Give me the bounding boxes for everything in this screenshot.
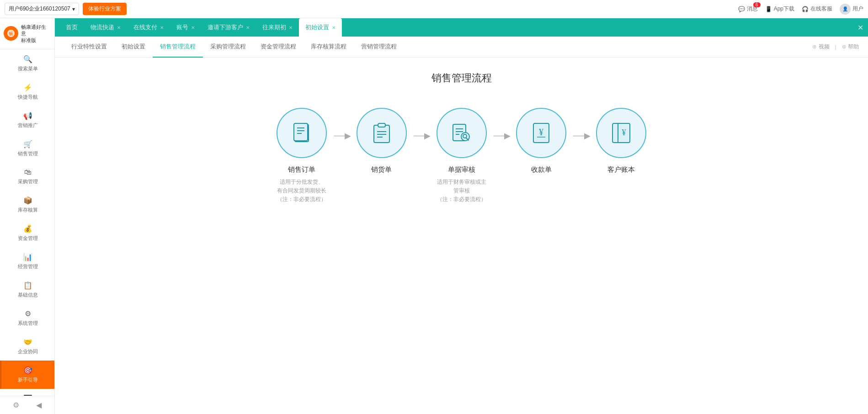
online-service-label: 在线客服: [810, 5, 832, 13]
nav-tab-logistics[interactable]: 物流快递✕: [84, 18, 127, 37]
settings-icon[interactable]: ⚙: [13, 401, 19, 409]
video-link[interactable]: ⊙ 视频: [812, 43, 829, 51]
sidebar-item-purchase[interactable]: 🛍采购管理: [0, 163, 54, 191]
enterprise-icon: 🤝: [23, 338, 32, 346]
sidebar-item-sales[interactable]: 🛒销售管理: [0, 134, 54, 163]
collapse-icon[interactable]: ◀: [36, 401, 42, 409]
svg-text:¥: ¥: [622, 128, 626, 137]
sidebar: 畅 畅康通好生意 标准版 🔍搜索菜单⚡快捷导航📢营销推广🛒销售管理🛍采购管理📦库…: [0, 18, 55, 414]
sidebar-item-basic[interactable]: 📋基础信息: [0, 276, 54, 304]
sidebar-item-search[interactable]: 🔍搜索菜单: [0, 49, 54, 78]
chevron-down-icon: ▾: [72, 6, 75, 12]
finance-icon: 💰: [23, 224, 32, 233]
user-selector-text: 用户690企业1660120507: [9, 5, 70, 13]
nav-tab-history[interactable]: 往来期初✕: [256, 18, 299, 37]
nav-tab-account[interactable]: 账号✕: [170, 18, 201, 37]
sidebar-item-finance[interactable]: 💰资金管理: [0, 219, 54, 247]
sub-tab-finance_flow[interactable]: 资金管理流程: [253, 37, 304, 58]
content-area: 首页物流快递✕在线支付✕账号✕邀请下游客户✕往来期初✕初始设置✕✕ 行业特性设置…: [55, 18, 868, 414]
inventory-icon: 📦: [23, 196, 32, 205]
sidebar-item-operation[interactable]: 📊经营管理: [0, 247, 54, 276]
help-link[interactable]: ⊙ 帮助: [842, 43, 859, 51]
sidebar-logo: 畅 畅康通好生意 标准版: [0, 18, 54, 49]
app-download-btn[interactable]: 📱 App下载: [765, 5, 794, 13]
flow-circle-sales_order: [277, 108, 327, 158]
search-icon: 🔍: [23, 55, 32, 64]
flow-label-audit: 单据审核: [448, 165, 475, 174]
flow-circle-customer_account: ¥: [596, 108, 646, 158]
sub-tab-sales_flow[interactable]: 销售管理流程: [153, 37, 203, 58]
sidebar-item-appcenter[interactable]: 🔲应用中心: [0, 389, 54, 396]
nav-close-btn[interactable]: ✕: [857, 23, 863, 32]
quicknav-icon: ⚡: [23, 83, 32, 92]
nav-tab-label-account: 账号: [176, 23, 188, 32]
svg-rect-11: [378, 123, 385, 127]
nav-tab-close-account[interactable]: ✕: [191, 25, 195, 30]
user-avatar[interactable]: 👤 用户: [840, 4, 863, 15]
nav-tab-label-home: 首页: [66, 23, 78, 32]
nav-tab-invite[interactable]: 邀请下游客户✕: [201, 18, 256, 37]
nav-tab-initial[interactable]: 初始设置✕: [299, 18, 342, 37]
sub-tab-industry[interactable]: 行业特性设置: [64, 37, 114, 58]
page-title: 销售管理流程: [73, 71, 850, 85]
nav-tab-close-initial[interactable]: ✕: [332, 25, 335, 30]
trial-btn[interactable]: 体验行业方案: [83, 3, 127, 15]
sidebar-item-marketing[interactable]: 📢营销推广: [0, 106, 54, 134]
svg-text:¥: ¥: [539, 127, 543, 137]
message-btn[interactable]: 💬 消息 6: [738, 5, 758, 13]
flow-node-receipt[interactable]: ¥ 收款单: [505, 108, 578, 178]
logo-text: 畅康通好生意 标准版: [21, 24, 51, 43]
sidebar-items: 🔍搜索菜单⚡快捷导航📢营销推广🛒销售管理🛍采购管理📦库存核算💰资金管理📊经营管理…: [0, 49, 54, 396]
nav-tab-home[interactable]: 首页: [59, 18, 84, 37]
sidebar-label-sales: 销售管理: [18, 150, 38, 157]
nav-tab-label-invite: 邀请下游客户: [208, 23, 243, 32]
flow-label-customer_account: 客户账本: [607, 165, 635, 174]
sidebar-label-quicknav: 快捷导航: [18, 94, 38, 101]
sidebar-label-inventory: 库存核算: [18, 207, 38, 213]
message-icon: 💬: [738, 6, 745, 12]
basic-icon: 📋: [23, 281, 32, 290]
sub-tab-inventory_flow[interactable]: 库存核算流程: [304, 37, 354, 58]
sidebar-bottom: ⚙ ◀: [0, 396, 54, 414]
flow-node-audit[interactable]: 单据审核 适用于财务审核或主管审核（注：非必要流程）: [425, 108, 498, 204]
sidebar-item-inventory[interactable]: 📦库存核算: [0, 191, 54, 219]
flow-circle-audit: [437, 108, 487, 158]
sidebar-label-operation: 经营管理: [18, 263, 38, 270]
sidebar-item-enterprise[interactable]: 🤝企业协同: [0, 332, 54, 361]
sidebar-label-marketing: 营销推广: [18, 122, 38, 129]
sub-tab-initial[interactable]: 初始设置: [114, 37, 153, 58]
flow-node-sales_order[interactable]: 销售订单 适用于分批发货、有合同发货周期较长（注：非必要流程）: [265, 108, 338, 204]
nav-tab-payment[interactable]: 在线支付✕: [127, 18, 170, 37]
sub-tab-marketing_flow[interactable]: 营销管理流程: [354, 37, 404, 58]
nav-tab-label-logistics: 物流快递: [91, 23, 114, 32]
flow-label-delivery: 销货单: [371, 165, 392, 174]
sidebar-label-system: 系统管理: [18, 320, 38, 327]
newuser-icon: 🎯: [23, 366, 32, 375]
flow-desc-sales_order: 适用于分批发货、有合同发货周期较长（注：非必要流程）: [277, 178, 326, 204]
nav-tab-close-payment[interactable]: ✕: [160, 25, 164, 30]
sales-icon: 🛒: [23, 140, 32, 149]
flow-label-sales_order: 销售订单: [288, 165, 315, 174]
nav-tab-close-logistics[interactable]: ✕: [117, 25, 121, 30]
sidebar-item-newuser[interactable]: 🎯新手引导: [0, 361, 54, 389]
sidebar-label-enterprise: 企业协同: [18, 348, 38, 355]
sub-tab-actions: ⊙ 视频 | ⊙ 帮助: [812, 43, 859, 51]
sidebar-item-system[interactable]: ⚙系统管理: [0, 304, 54, 332]
nav-tab-close-history[interactable]: ✕: [289, 25, 293, 30]
logo-line1: 畅康通好生意: [21, 24, 51, 37]
message-badge: 6: [753, 2, 761, 7]
sub-tab-purchase_flow[interactable]: 采购管理流程: [203, 37, 253, 58]
flow-label-receipt: 收款单: [531, 165, 552, 174]
sidebar-label-purchase: 采购管理: [18, 178, 38, 185]
flow-node-delivery[interactable]: 销货单: [345, 108, 418, 178]
nav-tab-close-invite[interactable]: ✕: [246, 25, 250, 30]
logo-line2: 标准版: [21, 37, 51, 43]
online-service-btn[interactable]: 🎧 在线客服: [802, 5, 832, 13]
user-selector[interactable]: 用户690企业1660120507 ▾: [5, 3, 79, 15]
flow-area: 销售管理流程 销售订单 适用于分批发货、有合同发货周期较长（注：非必要流程） ─…: [55, 58, 868, 218]
operation-icon: 📊: [23, 253, 32, 261]
nav-tabs: 首页物流快递✕在线支付✕账号✕邀请下游客户✕往来期初✕初始设置✕✕: [55, 18, 868, 37]
flow-node-customer_account[interactable]: ¥ 客户账本: [585, 108, 658, 178]
sidebar-label-basic: 基础信息: [18, 292, 38, 298]
sidebar-item-quicknav[interactable]: ⚡快捷导航: [0, 78, 54, 106]
